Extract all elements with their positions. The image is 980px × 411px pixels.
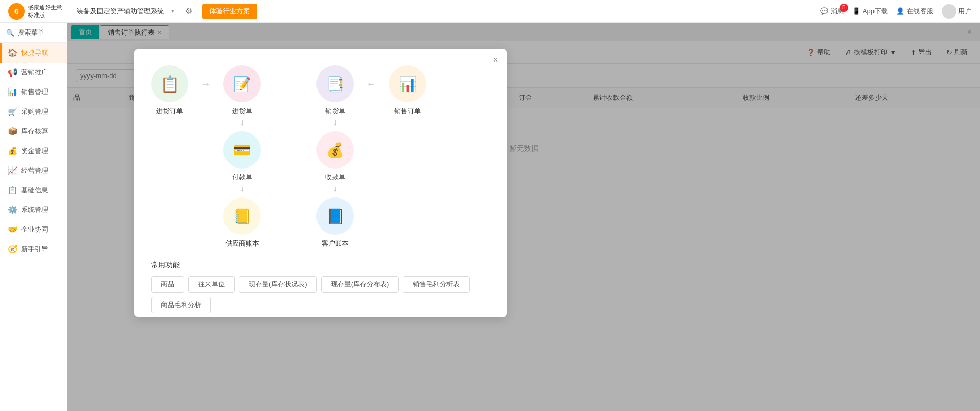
settings-icon[interactable]: ⚙ xyxy=(182,4,196,19)
message-btn[interactable]: 💬 消息 5 xyxy=(820,7,844,16)
sidebar-item-purchase[interactable]: 🛒 采购管理 xyxy=(0,102,67,121)
flow-item-supplier-ledger[interactable]: 📒 xyxy=(223,197,261,235)
top-right-area: 💬 消息 5 📱 App下载 👤 在线客服 用户 xyxy=(820,4,972,19)
modal-close-btn[interactable]: × xyxy=(493,55,499,66)
func-btn-inventory-status[interactable]: 现存量(库存状况表) xyxy=(239,276,317,293)
flow-label-supplier-ledger: 供应商账本 xyxy=(225,239,259,248)
sidebar-item-basic-info[interactable]: 📋 基础信息 xyxy=(0,180,67,200)
user-btn[interactable]: 用户 xyxy=(942,4,972,19)
home-icon: 🏠 xyxy=(8,48,17,57)
sales-icon: 📊 xyxy=(8,87,17,97)
sidebar-item-newbie[interactable]: 🧭 新手引导 xyxy=(0,239,67,259)
flow-item-sales[interactable]: 📑 xyxy=(316,65,354,102)
flow-label-purchase-order: 进货订单 xyxy=(156,106,183,116)
message-badge: 5 xyxy=(840,4,848,12)
func-btn-sales-profit[interactable]: 销售毛利分析表 xyxy=(403,276,470,293)
logo-text: 畅康通好生意 标准版 xyxy=(28,4,62,19)
app-download-btn[interactable]: 📱 App下载 xyxy=(852,7,888,16)
operations-icon: 📈 xyxy=(8,166,17,175)
modal-overlay: × 📋 进货订单 → xyxy=(67,23,980,411)
sidebar-item-marketing[interactable]: 📢 营销推广 xyxy=(0,63,67,82)
flow-item-purchase-order[interactable]: 📋 xyxy=(151,65,188,102)
sidebar-item-operations[interactable]: 📈 经营管理 xyxy=(0,161,67,180)
system-dropdown-icon[interactable]: ▼ xyxy=(170,8,175,14)
app-icon: 📱 xyxy=(852,7,861,15)
flow-item-customer-ledger[interactable]: 📘 xyxy=(316,197,354,235)
sidebar-item-enterprise[interactable]: 🤝 企业协同 xyxy=(0,220,67,239)
flow-item-payment[interactable]: 💳 xyxy=(223,131,261,169)
func-btn-goods[interactable]: 商品 xyxy=(151,276,184,293)
basic-info-icon: 📋 xyxy=(8,186,17,195)
flow-label-purchase: 进货单 xyxy=(232,106,252,116)
flow-label-sales: 销货单 xyxy=(325,106,345,116)
inventory-icon: 📦 xyxy=(8,127,17,136)
logo-area: 6 畅康通好生意 标准版 xyxy=(8,3,70,20)
sidebar-item-inventory[interactable]: 📦 库存核算 xyxy=(0,121,67,141)
common-functions-title: 常用功能 xyxy=(151,261,490,270)
flow-label-customer-ledger: 客户账本 xyxy=(322,239,349,248)
func-btn-goods-profit[interactable]: 商品毛利分析 xyxy=(151,297,211,313)
flow-item-sales-order[interactable]: 📊 xyxy=(389,65,426,102)
enterprise-icon: 🤝 xyxy=(8,225,17,234)
experience-btn[interactable]: 体验行业方案 xyxy=(202,4,257,19)
message-icon: 💬 xyxy=(820,7,828,15)
func-btn-inventory-dist[interactable]: 现存量(库存分布表) xyxy=(321,276,399,293)
sidebar: 🔍 搜索菜单 🏠 快捷导航 📢 营销推广 📊 销售管理 🛒 采购管理 📦 xyxy=(0,23,67,411)
system-name: 装备及固定资产辅助管理系统 xyxy=(77,7,164,16)
common-functions-section: 常用功能 商品 往来单位 现存量(库存状况表) 现存量(库存分布表) 销售毛利分… xyxy=(151,261,490,317)
newbie-icon: 🧭 xyxy=(8,245,17,254)
sidebar-item-finance[interactable]: 💰 资金管理 xyxy=(0,141,67,161)
service-icon: 👤 xyxy=(896,7,904,15)
system-icon: ⚙️ xyxy=(8,205,17,215)
sidebar-item-sales[interactable]: 📊 销售管理 xyxy=(0,82,67,102)
avatar xyxy=(942,4,956,19)
sidebar-item-system[interactable]: ⚙️ 系统管理 xyxy=(0,200,67,220)
search-icon: 🔍 xyxy=(6,29,14,37)
online-service-btn[interactable]: 👤 在线客服 xyxy=(896,7,933,16)
function-buttons-row1: 商品 往来单位 现存量(库存状况表) 现存量(库存分布表) 销售毛利分析表 商品… xyxy=(151,276,490,313)
content-area: 首页 销售订单执行表 × × ❓ 帮助 🖨 按模板打印 ▼ xyxy=(67,23,980,411)
flow-label-payment: 付款单 xyxy=(232,173,252,182)
quick-nav-modal: × 📋 进货订单 → xyxy=(134,49,507,317)
func-btn-contacts[interactable]: 往来单位 xyxy=(188,276,235,293)
sidebar-item-quick-nav[interactable]: 🏠 快捷导航 xyxy=(0,43,67,63)
flow-label-receipt: 收款单 xyxy=(325,173,345,182)
logo-icon: 6 xyxy=(8,3,25,20)
flow-item-receipt[interactable]: 💰 xyxy=(316,131,354,169)
purchase-icon: 🛒 xyxy=(8,107,17,116)
flow-label-sales-order: 销售订单 xyxy=(394,106,421,116)
marketing-icon: 📢 xyxy=(8,68,17,77)
flow-item-purchase[interactable]: 📝 xyxy=(223,65,261,102)
search-menu-btn[interactable]: 🔍 搜索菜单 xyxy=(0,23,67,43)
finance-icon: 💰 xyxy=(8,146,17,156)
